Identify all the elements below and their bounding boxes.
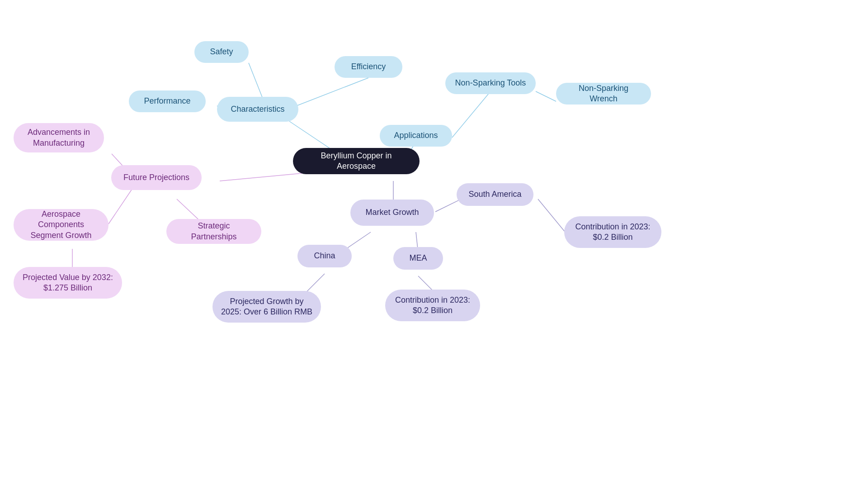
svg-line-13 xyxy=(435,199,461,212)
china-label: China xyxy=(314,251,335,261)
market-growth-label: Market Growth xyxy=(365,207,419,218)
efficiency-label: Efficiency xyxy=(351,62,386,72)
non-sparking-wrench-label: Non-Sparking Wrench xyxy=(564,83,643,105)
south-america-node: South America xyxy=(457,183,533,206)
future-projections-node: Future Projections xyxy=(111,165,202,190)
market-growth-node: Market Growth xyxy=(350,200,434,226)
projected-growth-china-label: Projected Growth by 2025: Over 6 Billion… xyxy=(221,296,313,318)
characteristics-node: Characteristics xyxy=(217,97,298,122)
strategic-partnerships-label: Strategic Partnerships xyxy=(175,221,253,242)
non-sparking-wrench-node: Non-Sparking Wrench xyxy=(556,83,651,105)
safety-node: Safety xyxy=(194,41,249,63)
central-label: Beryllium Copper in Aerospace xyxy=(309,151,403,172)
south-america-label: South America xyxy=(468,189,521,200)
contribution-mea-label: Contribution in 2023: $0.2 Billion xyxy=(393,295,472,316)
projected-growth-china-node: Projected Growth by 2025: Over 6 Billion… xyxy=(212,291,321,323)
non-sparking-tools-node: Non-Sparking Tools xyxy=(445,72,536,94)
advancements-manufacturing-node: Advancements in Manufacturing xyxy=(14,123,104,152)
svg-line-2 xyxy=(289,78,368,109)
applications-label: Applications xyxy=(394,130,438,141)
strategic-partnerships-node: Strategic Partnerships xyxy=(166,219,261,244)
safety-label: Safety xyxy=(210,47,233,57)
mea-label: MEA xyxy=(409,253,427,263)
projected-value-2032-node: Projected Value by 2032: $1.275 Billion xyxy=(14,267,122,299)
svg-line-10 xyxy=(108,186,134,224)
contribution-mea-node: Contribution in 2023: $0.2 Billion xyxy=(385,290,480,321)
contribution-south-america-label: Contribution in 2023: $0.2 Billion xyxy=(572,222,653,243)
future-projections-label: Future Projections xyxy=(123,172,189,183)
aerospace-segment-growth-node: Aerospace Components Segment Growth xyxy=(14,209,108,241)
performance-label: Performance xyxy=(144,96,190,106)
central-node: Beryllium Copper in Aerospace xyxy=(293,148,420,174)
svg-line-6 xyxy=(536,91,556,101)
svg-line-5 xyxy=(452,91,491,138)
aerospace-segment-growth-label: Aerospace Components Segment Growth xyxy=(22,209,100,241)
non-sparking-tools-label: Non-Sparking Tools xyxy=(455,78,526,88)
advancements-manufacturing-label: Advancements in Manufacturing xyxy=(22,127,96,148)
contribution-south-america-node: Contribution in 2023: $0.2 Billion xyxy=(564,216,661,248)
mea-node: MEA xyxy=(393,247,443,270)
projected-value-2032-label: Projected Value by 2032: $1.275 Billion xyxy=(22,272,114,294)
performance-node: Performance xyxy=(129,90,206,112)
applications-node: Applications xyxy=(380,125,452,147)
efficiency-node: Efficiency xyxy=(335,56,402,78)
characteristics-label: Characteristics xyxy=(231,104,284,114)
china-node: China xyxy=(297,245,352,267)
